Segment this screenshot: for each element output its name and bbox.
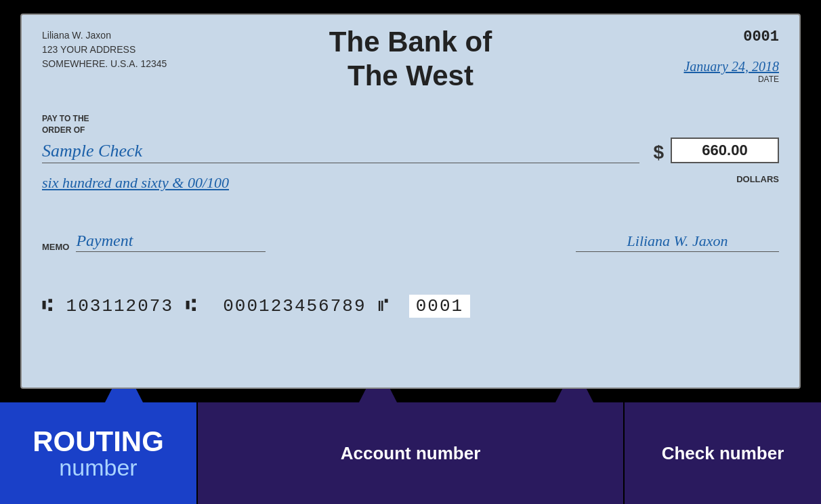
- routing-label-sub: number: [59, 456, 137, 479]
- micr-account-sep: ⑈: [378, 296, 390, 316]
- signature-line: Liliana W. Jaxon: [576, 232, 779, 252]
- memo-value: Payment: [76, 232, 266, 252]
- pay-to-label-line1: PAY TO THE: [42, 114, 89, 123]
- account-number-label: Account number: [198, 402, 623, 504]
- pay-to-section: PAY TO THE ORDER OF Sample Check $ 660.0…: [42, 113, 779, 163]
- name-address: Liliana W. Jaxon 123 YOUR ADDRESS SOMEWH…: [42, 28, 167, 71]
- check: 0001 Liliana W. Jaxon 123 YOUR ADDRESS S…: [20, 14, 801, 389]
- bank-name-line1: The Bank of: [329, 25, 492, 59]
- account-number-text: Account number: [341, 443, 481, 464]
- micr-section: ⑆ 103112073 ⑆ 000123456789 ⑈ 0001: [42, 296, 779, 316]
- bank-name-line2: The West: [329, 59, 492, 93]
- routing-label: ROUTING number: [0, 402, 196, 504]
- amount-box: 660.00: [671, 138, 779, 163]
- dollars-label: DOLLARS: [736, 174, 779, 184]
- pay-to-label: PAY TO THE ORDER OF: [42, 113, 779, 136]
- check-number-label: Check number: [625, 402, 821, 504]
- name-line2: 123 YOUR ADDRESS: [42, 43, 167, 57]
- memo-label: MEMO: [42, 242, 69, 252]
- micr-routing-number: 103112073: [66, 296, 173, 316]
- pay-to-label-line2: ORDER OF: [42, 125, 85, 135]
- micr-colon-end: ⑆: [186, 296, 198, 316]
- written-amount: six hundred and sixty & 00/100: [42, 174, 229, 191]
- memo-section: MEMO Payment Liliana W. Jaxon: [42, 232, 779, 252]
- check-number-text: Check number: [662, 443, 784, 464]
- name-line3: SOMEWHERE. U.S.A. 12345: [42, 57, 167, 71]
- bank-name: The Bank of The West: [329, 25, 492, 93]
- date-label: DATE: [683, 75, 779, 84]
- micr-account: 000123456789 ⑈: [223, 296, 402, 316]
- dollar-sign: $: [653, 142, 664, 163]
- written-amount-section: six hundred and sixty & 00/100 DOLLARS: [42, 174, 779, 192]
- pay-to-line: Sample Check $ 660.00: [42, 138, 779, 163]
- micr-colon-start: ⑆: [42, 296, 54, 316]
- date-value: January 24, 2018: [683, 59, 779, 75]
- check-number-top: 0001: [743, 28, 779, 45]
- micr-check-number: 0001: [409, 295, 470, 318]
- name-line1: Liliana W. Jaxon: [42, 28, 167, 43]
- payee-name: Sample Check: [42, 141, 639, 163]
- signature-text: Liliana W. Jaxon: [627, 232, 728, 249]
- micr-account-number: 000123456789: [223, 296, 366, 316]
- routing-label-main: ROUTING: [33, 427, 164, 456]
- date-area: January 24, 2018 DATE: [683, 59, 779, 84]
- micr-routing: ⑆ 103112073 ⑆: [42, 296, 209, 316]
- bottom-section: ROUTING number Account number Check numb…: [0, 402, 821, 504]
